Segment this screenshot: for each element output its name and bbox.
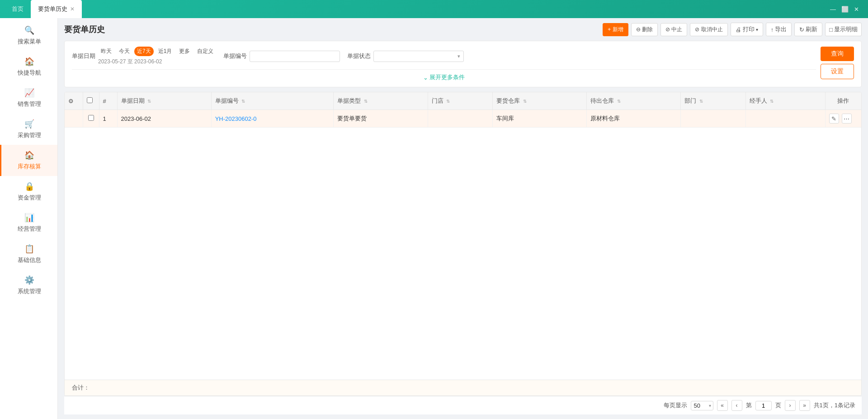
cell-doc-number[interactable]: YH-20230602-0: [211, 110, 334, 128]
first-page-btn[interactable]: «: [717, 400, 728, 411]
filter-date-shortcuts-row: 昨天 今天 近7天 近1月 更多 自定义: [98, 47, 216, 56]
total-info: 共1页，1条记录: [814, 401, 855, 409]
col-doc-type[interactable]: 单据类型 ⇅: [334, 92, 428, 110]
window-controls: — ⬜ ✕: [830, 6, 863, 13]
next-page-btn[interactable]: ›: [785, 400, 796, 411]
cell-req-warehouse: 车间库: [492, 110, 586, 128]
data-table: ⚙ # 单据日期 ⇅ 单据编号: [65, 92, 861, 128]
print-button[interactable]: 🖨 打印 ▾: [731, 23, 763, 36]
col-pending-warehouse[interactable]: 待出仓库 ⇅: [587, 92, 681, 110]
filter-divider: [72, 69, 816, 70]
col-settings[interactable]: ⚙: [65, 92, 83, 110]
sort-icon-handler: ⇅: [770, 99, 774, 104]
toolbar: + 新增 ⊖ 删除 ⊘ 中止 ⊘ 取消中止 🖨 打印 ▾ ↑ 导出 ↻ 刷新: [603, 23, 862, 36]
minimize-btn[interactable]: —: [830, 6, 836, 13]
sidebar-item-finance-mgmt[interactable]: 🔒 资金管理: [0, 176, 57, 207]
cell-checkbox[interactable]: [83, 110, 99, 128]
col-req-warehouse-label: 要货仓库: [496, 97, 520, 104]
sidebar-item-label: 资金管理: [18, 194, 41, 202]
refresh-button[interactable]: ↻ 刷新: [794, 23, 822, 36]
sidebar-item-quick-nav[interactable]: 🏠 快捷导航: [0, 51, 57, 82]
col-department[interactable]: 部门 ⇅: [681, 92, 745, 110]
filter-date-col: 昨天 今天 近7天 近1月 更多 自定义 2023-05-27 至 2023-0…: [98, 47, 216, 66]
close-tab-icon[interactable]: ✕: [70, 6, 75, 12]
cart-icon: 🛒: [24, 119, 34, 129]
main-layout: 🔍 搜索菜单 🏠 快捷导航 📈 销售管理 🛒 采购管理 🏠 库存核算 🔒 资金管…: [0, 18, 868, 419]
page-suffix-label: 页: [775, 401, 781, 409]
status-select[interactable]: [373, 51, 464, 62]
edit-icon: ✎: [831, 115, 836, 122]
prev-page-btn[interactable]: ‹: [731, 400, 742, 411]
doc-number-link[interactable]: YH-20230602-0: [215, 115, 257, 122]
checkbox-icon: □: [829, 26, 833, 33]
row-edit-btn[interactable]: ✎: [829, 114, 839, 124]
settings-button[interactable]: 设置: [821, 64, 854, 79]
col-pending-warehouse-label: 待出仓库: [590, 97, 614, 104]
sidebar-item-sales-mgmt[interactable]: 📈 销售管理: [0, 82, 57, 114]
shortcut-yesterday[interactable]: 昨天: [98, 47, 114, 56]
sidebar-item-label: 采购管理: [18, 131, 41, 139]
col-doc-date[interactable]: 单据日期 ⇅: [117, 92, 211, 110]
filter-status-item: 单据状态: [347, 51, 464, 62]
cell-handler: [745, 110, 825, 128]
shortcut-custom[interactable]: 自定义: [194, 47, 216, 56]
stop-button[interactable]: ⊘ 中止: [660, 23, 687, 36]
sidebar-item-label: 系统管理: [18, 287, 41, 295]
page-size-select[interactable]: 50 10 20 100: [691, 401, 713, 410]
col-operations: 操作: [825, 92, 861, 110]
expand-more-btn[interactable]: ⌄ 展开更多条件: [72, 73, 816, 81]
close-btn[interactable]: ✕: [854, 6, 859, 13]
filter-date-item: 单据日期 昨天 今天 近7天 近1月 更多 自定义: [72, 47, 216, 66]
query-button[interactable]: 查询: [821, 47, 854, 61]
date-filter-label: 单据日期: [72, 52, 95, 60]
sort-icon-req-warehouse: ⇅: [523, 99, 527, 104]
col-store[interactable]: 门店 ⇅: [428, 92, 492, 110]
total-label: 合计：: [72, 384, 90, 392]
tab-home[interactable]: 首页: [5, 0, 31, 18]
shortcut-1month[interactable]: 近1月: [156, 47, 175, 56]
new-button[interactable]: + 新增: [603, 23, 628, 36]
delete-button[interactable]: ⊖ 删除: [631, 23, 658, 36]
sidebar-item-label: 销售管理: [18, 100, 41, 108]
cell-operations: ✎ ⋯: [825, 110, 861, 128]
sidebar-item-search-menu[interactable]: 🔍 搜索菜单: [0, 20, 57, 51]
page-title: 要货单历史: [64, 24, 105, 35]
info-icon: 📋: [24, 244, 34, 254]
last-page-btn[interactable]: »: [799, 400, 810, 411]
page-prefix-label: 第: [746, 401, 752, 409]
inventory-icon: 🏠: [24, 150, 34, 160]
sidebar-item-purchase-mgmt[interactable]: 🛒 采购管理: [0, 114, 57, 145]
table-scroll[interactable]: ⚙ # 单据日期 ⇅ 单据编号: [65, 92, 861, 380]
status-filter-label: 单据状态: [347, 52, 371, 60]
col-handler[interactable]: 经手人 ⇅: [745, 92, 825, 110]
delete-icon: ⋯: [844, 115, 849, 122]
docnumber-input[interactable]: [250, 51, 340, 62]
cell-pending-warehouse: 原材料仓库: [587, 110, 681, 128]
restore-btn[interactable]: ⬜: [841, 6, 849, 13]
shortcut-today[interactable]: 今天: [116, 47, 132, 56]
export-button[interactable]: ↑ 导出: [766, 23, 792, 36]
sidebar-item-basic-info[interactable]: 📋 基础信息: [0, 238, 57, 270]
shortcut-7days[interactable]: 近7天: [134, 47, 154, 56]
row-checkbox[interactable]: [88, 115, 94, 121]
sidebar-item-inventory-calc[interactable]: 🏠 库存核算: [0, 145, 57, 176]
home-icon: 🏠: [24, 57, 34, 67]
sidebar-item-label: 快捷导航: [18, 69, 41, 77]
sidebar-item-system-mgmt[interactable]: ⚙️ 系统管理: [0, 270, 57, 301]
lock-icon: 🔒: [24, 181, 34, 191]
cancel-stop-button[interactable]: ⊘ 取消中止: [690, 23, 727, 36]
filter-row: 单据日期 昨天 今天 近7天 近1月 更多 自定义: [72, 47, 816, 66]
shortcut-more[interactable]: 更多: [176, 47, 193, 56]
table-footer: 合计：: [65, 380, 861, 395]
page-input[interactable]: [755, 401, 772, 410]
row-delete-btn[interactable]: ⋯: [842, 114, 852, 124]
col-checkbox[interactable]: [83, 92, 99, 110]
col-req-warehouse[interactable]: 要货仓库 ⇅: [492, 92, 586, 110]
sidebar-item-operations-mgmt[interactable]: 📊 经营管理: [0, 207, 57, 238]
col-doc-number[interactable]: 单据编号 ⇅: [211, 92, 334, 110]
table-row[interactable]: 1 2023-06-02 YH-20230602-0 要货单要货 车间库 原材料…: [65, 110, 861, 128]
display-detail-button[interactable]: □ 显示明细: [825, 23, 862, 36]
refresh-label: 刷新: [806, 25, 817, 33]
select-all-checkbox[interactable]: [87, 97, 93, 103]
tab-requisition-history[interactable]: 要货单历史 ✕: [31, 0, 82, 18]
